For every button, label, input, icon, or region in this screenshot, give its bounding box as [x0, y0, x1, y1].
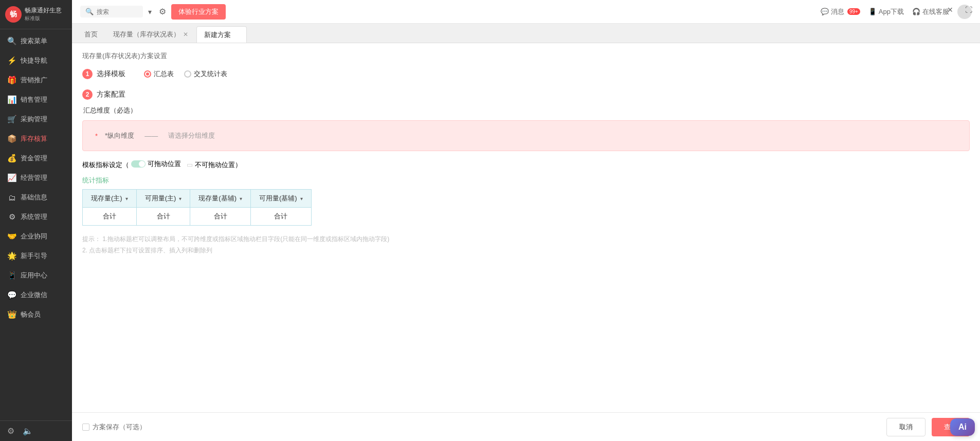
tab-inventory[interactable]: 现存量（库存状况表） ✕	[106, 26, 195, 43]
sidebar-item-wechat[interactable]: 💬 企业微信	[0, 285, 72, 305]
col4-chevron[interactable]: ▾	[300, 196, 303, 201]
sidebar-item-member[interactable]: 👑 畅会员	[0, 305, 72, 324]
search-bar[interactable]: 🔍	[80, 6, 143, 17]
main-content: 现存量(库存状况表)方案设置 1 选择模板 汇总表 交叉统计表	[72, 43, 980, 412]
topbar-settings-icon[interactable]: ⚙	[159, 7, 166, 16]
template-radio-group: 汇总表 交叉统计表	[144, 69, 227, 79]
radio-cross[interactable]: 交叉统计表	[184, 69, 227, 79]
sidebar-item-guide[interactable]: 🌟 新手引导	[0, 246, 72, 266]
col4-cell: 合计	[251, 208, 311, 225]
operations-icon: 📈	[7, 173, 16, 182]
vertical-dim-label: *纵向维度	[105, 131, 134, 140]
speaker-icon[interactable]: 🔈	[23, 426, 33, 436]
col3-header[interactable]: 现存量(基辅) ▾	[190, 190, 250, 208]
non-draggable-indicator: ▭	[187, 161, 193, 169]
sidebar-item-system[interactable]: ⚙ 系统管理	[0, 207, 72, 227]
sidebar-item-label: 营销推广	[21, 76, 47, 85]
dim-row: * *纵向维度 —— 请选择分组维度	[95, 131, 957, 140]
non-draggable-label: 不可拖动位置）	[195, 161, 242, 169]
messages-btn[interactable]: 💬 消息 99+	[821, 7, 860, 16]
minimize-icon[interactable]: ✕	[941, 1, 959, 19]
member-icon: 👑	[7, 310, 16, 319]
save-plan-checkbox[interactable]	[82, 424, 89, 431]
radio-cross-circle	[184, 70, 191, 78]
col2-cell: 合计	[137, 208, 190, 225]
col1-cell: 合计	[83, 208, 136, 225]
enterprise-icon: 🤝	[7, 232, 16, 241]
col2-chevron[interactable]: ▾	[179, 196, 182, 201]
sidebar-item-purchase[interactable]: 🛒 采购管理	[0, 109, 72, 129]
toggle-switch[interactable]	[131, 160, 146, 168]
purchase-icon: 🛒	[7, 115, 16, 124]
stats-title: 统计指标	[82, 176, 970, 185]
sidebar-bottom: ⚙ 🔈	[0, 420, 72, 441]
sidebar-item-quick[interactable]: ⚡ 快捷导航	[0, 51, 72, 70]
marketing-icon: 🎁	[7, 76, 16, 85]
settings-bottom-icon[interactable]: ⚙	[7, 426, 14, 436]
section-config: 2 方案配置 汇总维度（必选） * *纵向维度 —— 请选择分组维度 模板指标设…	[82, 89, 970, 256]
apps-icon: 📱	[7, 271, 16, 280]
sidebar-item-search[interactable]: 🔍 搜索菜单	[0, 31, 72, 51]
section2-num: 2	[82, 89, 93, 100]
tab-new-plan-label: 新建方案	[204, 30, 231, 40]
cancel-button[interactable]: 取消	[886, 418, 925, 436]
tips-section: 提示： 1.拖动标题栏可以调整布局，不可跨维度或指标区域拖动栏目字段(只能在同一…	[82, 234, 970, 256]
app-name: 畅康通好生意	[25, 7, 62, 15]
system-icon: ⚙	[7, 212, 16, 222]
col3-label: 现存量(基辅)	[198, 194, 237, 203]
app-download-btn[interactable]: 📱 App下载	[868, 7, 904, 16]
table-col-3: 现存量(基辅) ▾ 合计	[190, 190, 251, 225]
radio-summary[interactable]: 汇总表	[144, 69, 174, 79]
search-icon: 🔍	[7, 36, 16, 46]
indicator-row: 模板指标设定（ 可拖动位置 ▭ 不可拖动位置）	[82, 159, 970, 170]
tab-new-plan[interactable]: 新建方案 ✕	[196, 26, 247, 43]
basic-icon: 🗂	[7, 193, 16, 202]
sidebar-item-basic[interactable]: 🗂 基础信息	[0, 188, 72, 207]
col1-header[interactable]: 现存量(主) ▾	[83, 190, 136, 208]
messages-label: 消息	[831, 7, 844, 16]
sidebar-item-label: 采购管理	[21, 115, 47, 124]
ai-badge[interactable]: Ai	[950, 418, 975, 436]
sidebar-item-label: 企业微信	[21, 290, 47, 300]
tab-home[interactable]: 首页	[77, 26, 105, 43]
section1-header: 1 选择模板 汇总表 交叉统计表	[82, 69, 970, 79]
sidebar-item-apps[interactable]: 📱 应用中心	[0, 266, 72, 285]
col2-header[interactable]: 可用量(主) ▾	[137, 190, 190, 208]
search-input[interactable]	[97, 8, 138, 15]
col1-label: 现存量(主)	[91, 194, 122, 203]
col3-chevron[interactable]: ▾	[240, 196, 242, 201]
trial-btn[interactable]: 体验行业方案	[171, 4, 226, 20]
search-icon-top: 🔍	[85, 8, 94, 15]
dim-placeholder: 请选择分组维度	[168, 131, 215, 140]
sidebar-nav: 🔍 搜索菜单 ⚡ 快捷导航 🎁 营销推广 📊 销售管理 🛒 采购管理 📦 库存核…	[0, 29, 72, 420]
sidebar-item-inventory[interactable]: 📦 库存核算	[0, 129, 72, 149]
app-edition: 标准版	[25, 15, 62, 22]
mobile-icon: 📱	[868, 8, 877, 15]
save-plan-group: 方案保存（可选）	[82, 422, 146, 432]
sidebar-item-finance[interactable]: 💰 资金管理	[0, 149, 72, 168]
col1-chevron[interactable]: ▾	[125, 196, 128, 201]
sidebar-item-sales[interactable]: 📊 销售管理	[0, 90, 72, 109]
window-controls: ✕ ⛶	[941, 0, 980, 20]
inventory-icon: 📦	[7, 134, 16, 143]
tab-new-plan-close[interactable]: ✕	[234, 31, 239, 39]
section1-num: 1	[82, 69, 93, 79]
table-col-4: 可用量(基辅) ▾ 合计	[251, 190, 311, 225]
col3-cell: 合计	[190, 208, 250, 225]
col4-header[interactable]: 可用量(基辅) ▾	[251, 190, 311, 208]
sidebar-item-label: 快捷导航	[21, 56, 47, 65]
expand-icon[interactable]: ⛶	[959, 1, 978, 19]
sidebar-item-operations[interactable]: 📈 经营管理	[0, 168, 72, 188]
table-col-2: 可用量(主) ▾ 合计	[137, 190, 191, 225]
sidebar-item-label: 系统管理	[21, 212, 47, 222]
sidebar-item-enterprise[interactable]: 🤝 企业协同	[0, 227, 72, 246]
sidebar-item-label: 企业协同	[21, 232, 47, 241]
content-area: 现存量(库存状况表)方案设置 1 选择模板 汇总表 交叉统计表	[72, 43, 980, 441]
sidebar-item-label: 库存核算	[21, 134, 47, 143]
section2-title: 方案配置	[97, 90, 125, 99]
tab-inventory-close[interactable]: ✕	[183, 31, 188, 38]
dimension-box: * *纵向维度 —— 请选择分组维度	[82, 120, 970, 151]
topbar-dropdown-btn[interactable]: ▾	[148, 8, 152, 16]
sidebar-item-marketing[interactable]: 🎁 营销推广	[0, 70, 72, 90]
finance-icon: 💰	[7, 154, 16, 163]
